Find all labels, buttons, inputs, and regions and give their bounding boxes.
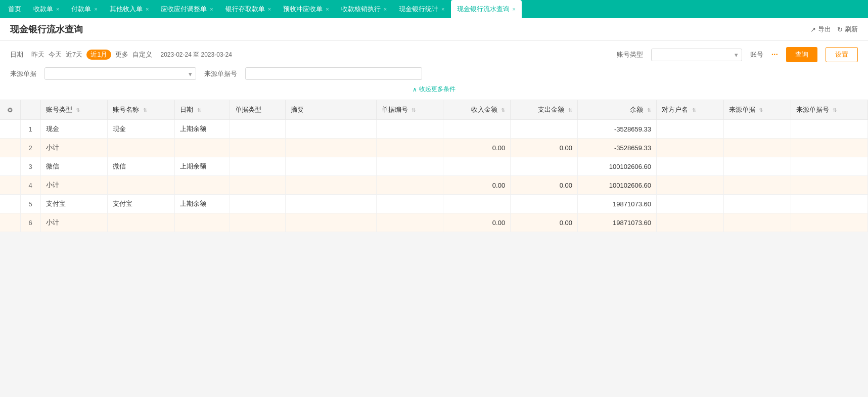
th-summary: 摘要 [285, 100, 376, 120]
td-source-doc-no [791, 120, 867, 139]
date-custom[interactable]: 自定义 [132, 50, 152, 59]
td-income [443, 120, 511, 139]
td-account-type: 小计 [40, 176, 108, 195]
close-icon[interactable]: × [146, 6, 149, 12]
account-type-label: 账号类型 [617, 50, 643, 59]
td-summary [285, 213, 376, 232]
close-icon[interactable]: × [326, 6, 329, 12]
nav-item-other-income[interactable]: 其他收入单 × [104, 0, 155, 18]
sort-icon: ⇅ [197, 107, 201, 113]
table-row: 5支付宝支付宝上期余额19871073.60 [0, 195, 868, 213]
td-counterparty [657, 176, 724, 195]
nav-item-stats[interactable]: 现金银行统计 × [393, 0, 450, 18]
td-gear [0, 176, 20, 195]
td-doc-no [376, 176, 443, 195]
table-row: 6小计0.000.0019871073.60 [0, 213, 868, 232]
td-doc-no [376, 120, 443, 139]
td-doc-type [230, 213, 285, 232]
nav-item-adjustment[interactable]: 应收应付调整单 × [155, 0, 219, 18]
date-yesterday[interactable]: 昨天 [31, 50, 44, 59]
close-icon[interactable]: × [441, 6, 444, 12]
td-income [443, 195, 511, 213]
table-row: 4小计0.000.00100102606.60 [0, 176, 868, 195]
table-row: 1现金现金上期余额-3528659.33 [0, 120, 868, 139]
date-shortcuts: 昨天 今天 近7天 近1月 更多 自定义 [31, 50, 152, 60]
td-expense: 0.00 [511, 213, 578, 232]
th-doc-no[interactable]: 单据编号 ⇅ [376, 100, 443, 120]
th-counterparty[interactable]: 对方户名 ⇅ [657, 100, 724, 120]
nav-item-receipt[interactable]: 收款单 × [27, 0, 65, 18]
th-expense[interactable]: 支出金额 ⇅ [511, 100, 578, 120]
td-counterparty [657, 139, 724, 157]
date-1month[interactable]: 近1月 [86, 50, 111, 60]
th-account-name[interactable]: 账号名称 ⇅ [108, 100, 175, 120]
sort-icon: ⇅ [759, 107, 763, 113]
sort-icon: ⇅ [143, 107, 147, 113]
td-income: 0.00 [443, 176, 511, 195]
refresh-button[interactable]: ↻ 刷新 [837, 25, 858, 34]
nav-item-bank-deposit[interactable]: 银行存取款单 × [219, 0, 277, 18]
td-summary [285, 120, 376, 139]
query-button[interactable]: 查询 [786, 47, 817, 62]
td-doc-type [230, 157, 285, 176]
close-icon[interactable]: × [94, 6, 97, 12]
date-more[interactable]: 更多 [115, 50, 128, 59]
td-account-type: 小计 [40, 139, 108, 157]
date-today[interactable]: 今天 [49, 50, 62, 59]
table-body: 1现金现金上期余额-3528659.332小计0.000.00-3528659.… [0, 120, 868, 232]
refresh-icon: ↻ [837, 26, 843, 33]
collapse-bar[interactable]: ∧ 收起更多条件 [10, 85, 858, 94]
date-label: 日期 [10, 50, 23, 59]
th-gear: ⚙ [0, 100, 20, 120]
th-date[interactable]: 日期 ⇅ [175, 100, 230, 120]
date-range-display: 2023-02-24 至 2023-03-24 [160, 51, 232, 59]
date-7days[interactable]: 近7天 [66, 50, 82, 59]
filter-row-2: 来源单据 来源单据号 [10, 67, 858, 80]
td-account-name [108, 176, 175, 195]
sort-icon: ⇅ [501, 107, 505, 113]
td-doc-no [376, 139, 443, 157]
td-gear [0, 213, 20, 232]
source-doc-select[interactable] [44, 67, 196, 80]
td-balance: -3528659.33 [577, 120, 656, 139]
source-doc-select-wrapper [44, 67, 196, 80]
nav-item-prepaid[interactable]: 预收冲应收单 × [277, 0, 335, 18]
nav-item-payment[interactable]: 付款单 × [65, 0, 103, 18]
td-doc-type [230, 195, 285, 213]
nav-item-home[interactable]: 首页 [2, 0, 27, 18]
td-account-name [108, 139, 175, 157]
th-source-doc-no[interactable]: 来源单据号 ⇅ [791, 100, 867, 120]
close-icon[interactable]: × [513, 6, 516, 12]
close-icon[interactable]: × [210, 6, 213, 12]
th-income[interactable]: 收入金额 ⇅ [443, 100, 511, 120]
nav-item-verify[interactable]: 收款核销执行 × [335, 0, 393, 18]
close-icon[interactable]: × [56, 6, 59, 12]
nav-item-flow-query[interactable]: 现金银行流水查询 × [451, 0, 522, 18]
th-source-doc[interactable]: 来源单据 ⇅ [723, 100, 791, 120]
td-gear [0, 157, 20, 176]
data-table: ⚙ 账号类型 ⇅ 账号名称 ⇅ 日期 ⇅ 单据类型 [0, 100, 868, 232]
gear-icon[interactable]: ⚙ [7, 106, 13, 114]
td-expense: 0.00 [511, 139, 578, 157]
close-icon[interactable]: × [384, 6, 387, 12]
td-account-name: 支付宝 [108, 195, 175, 213]
sort-icon: ⇅ [568, 107, 572, 113]
td-source-doc [723, 213, 791, 232]
table-container: ⚙ 账号类型 ⇅ 账号名称 ⇅ 日期 ⇅ 单据类型 [0, 100, 868, 232]
source-doc-no-input[interactable] [245, 67, 422, 80]
th-account-type[interactable]: 账号类型 ⇅ [40, 100, 108, 120]
account-dots-button[interactable]: ··· [771, 50, 778, 59]
th-balance[interactable]: 余额 ⇅ [577, 100, 656, 120]
td-source-doc-no [791, 213, 867, 232]
th-doc-type: 单据类型 [230, 100, 285, 120]
page-header: 现金银行流水查询 ↗ 导出 ↻ 刷新 [0, 18, 868, 41]
account-type-select[interactable] [651, 49, 742, 61]
td-doc-type [230, 139, 285, 157]
setting-button[interactable]: 设置 [826, 47, 858, 62]
filter-area: 日期 昨天 今天 近7天 近1月 更多 自定义 2023-02-24 至 202… [0, 41, 868, 100]
header-actions: ↗ 导出 ↻ 刷新 [810, 25, 858, 34]
export-button[interactable]: ↗ 导出 [810, 25, 831, 34]
close-icon[interactable]: × [268, 6, 271, 12]
td-index: 3 [20, 157, 40, 176]
td-gear [0, 139, 20, 157]
